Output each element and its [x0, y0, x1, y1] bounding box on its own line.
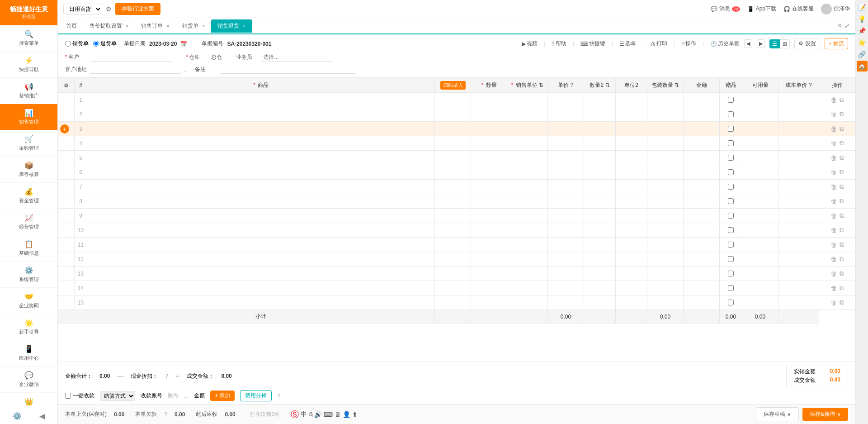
fee-split-button[interactable]: 费用分摊	[240, 390, 272, 401]
col-settings[interactable]: ⚙	[58, 78, 75, 93]
row-unit2[interactable]	[616, 151, 647, 165]
row-unit2[interactable]	[616, 267, 647, 281]
row-qty2[interactable]	[584, 107, 616, 122]
copy-row-icon[interactable]: ⧉	[840, 284, 844, 292]
row-product[interactable]	[87, 194, 435, 209]
row-pkg-qty[interactable]	[647, 223, 684, 238]
row-amount[interactable]	[684, 281, 720, 295]
row-gift[interactable]	[720, 238, 742, 252]
copy-row-icon[interactable]: ⧉	[840, 299, 844, 306]
tab-sale-order[interactable]: 销售订单 ×	[135, 19, 175, 33]
right-panel-link-icon[interactable]: 🔗	[857, 49, 868, 60]
row-amount[interactable]	[684, 107, 720, 122]
row-qty2[interactable]	[584, 194, 616, 209]
row-product[interactable]	[87, 267, 435, 281]
row-unit[interactable]	[507, 267, 548, 281]
row-unit2[interactable]	[616, 252, 647, 267]
row-unit[interactable]	[507, 151, 548, 165]
row-amount[interactable]	[684, 93, 720, 107]
row-gift[interactable]	[720, 122, 742, 136]
row-price[interactable]	[548, 267, 584, 281]
copy-row-icon[interactable]: ⧉	[840, 197, 844, 205]
row-pkg-qty[interactable]	[647, 295, 684, 310]
add-btn[interactable]: + 添加	[210, 391, 235, 401]
sidebar-item-quick-nav[interactable]: ⚡ 快捷导航	[0, 52, 57, 78]
row-unit[interactable]	[507, 238, 548, 252]
right-panel-bulb-icon[interactable]: 💡	[857, 14, 868, 24]
history-btn[interactable]: 🕐 历史单据	[710, 40, 740, 48]
delete-row-icon[interactable]: 🗑	[830, 270, 837, 277]
sidebar-item-finance[interactable]: 💰 资金管理	[0, 183, 57, 209]
save-draft-button[interactable]: 保存草稿 ∧	[756, 407, 799, 421]
row-unit2[interactable]	[616, 238, 647, 252]
row-gift[interactable]	[720, 252, 742, 267]
delete-row-icon[interactable]: 🗑	[830, 285, 837, 292]
product-input[interactable]	[89, 300, 433, 306]
fee-help-icon[interactable]: ?	[277, 393, 280, 399]
row-qty2[interactable]	[584, 93, 616, 107]
row-product[interactable]	[87, 223, 435, 238]
row-unit2[interactable]	[616, 136, 647, 151]
row-qty[interactable]	[471, 238, 507, 252]
delete-row-icon[interactable]: 🗑	[830, 183, 837, 191]
product-input[interactable]	[89, 213, 433, 219]
sidebar-item-new-guide[interactable]: 🌟 新手引导	[0, 314, 57, 340]
row-unit2[interactable]	[616, 165, 647, 180]
tab-sale-return[interactable]: 销货退货 ×	[211, 19, 252, 33]
row-unit2[interactable]	[616, 180, 647, 194]
copy-row-icon[interactable]: ⧉	[840, 241, 844, 248]
row-unit[interactable]	[507, 223, 548, 238]
copy-row-icon[interactable]: ⧉	[840, 110, 844, 118]
row-qty2[interactable]	[584, 180, 616, 194]
gift-checkbox[interactable]	[728, 271, 734, 276]
row-price[interactable]	[548, 238, 584, 252]
gift-checkbox[interactable]	[728, 184, 734, 190]
message-icon-item[interactable]: 💬 消息 70	[711, 5, 740, 13]
col-scan[interactable]: 扫码录入	[435, 78, 471, 93]
customer-input[interactable]	[90, 53, 172, 62]
copy-row-icon[interactable]: ⧉	[840, 183, 844, 191]
row-unit[interactable]	[507, 107, 548, 122]
gift-checkbox[interactable]	[728, 256, 734, 262]
product-input[interactable]	[89, 169, 433, 176]
row-qty2[interactable]	[584, 122, 616, 136]
row-qty[interactable]	[471, 252, 507, 267]
row-unit2[interactable]	[616, 281, 647, 295]
product-input[interactable]	[89, 285, 433, 291]
row-price[interactable]	[548, 165, 584, 180]
row-unit[interactable]	[507, 180, 548, 194]
remark-input[interactable]	[220, 65, 356, 74]
copy-row-icon[interactable]: ⧉	[840, 212, 844, 219]
row-unit[interactable]	[507, 122, 548, 136]
row-product[interactable]	[87, 252, 435, 267]
radio-sale-delivery[interactable]: 销货单	[65, 40, 89, 48]
row-price[interactable]	[548, 223, 584, 238]
row-amount[interactable]	[684, 136, 720, 151]
row-pkg-qty[interactable]	[647, 238, 684, 252]
delete-row-icon[interactable]: 🗑	[830, 125, 837, 133]
tab-close-sale-delivery[interactable]: ×	[202, 23, 205, 29]
row-price[interactable]	[548, 122, 584, 136]
delete-row-icon[interactable]: 🗑	[830, 212, 837, 219]
row-product[interactable]	[87, 238, 435, 252]
delete-row-icon[interactable]: 🗑	[830, 154, 837, 162]
copy-row-icon[interactable]: ⧉	[840, 139, 844, 147]
right-panel-active-icon[interactable]: 🏠	[857, 61, 868, 71]
row-qty[interactable]	[471, 281, 507, 295]
row-qty2[interactable]	[584, 136, 616, 151]
row-unit2[interactable]	[616, 209, 647, 223]
row-unit2[interactable]	[616, 295, 647, 310]
row-pkg-qty[interactable]	[647, 180, 684, 194]
copy-row-icon[interactable]: ⧉	[840, 168, 844, 176]
row-unit2[interactable]	[616, 194, 647, 209]
gift-checkbox[interactable]	[728, 126, 734, 132]
row-qty[interactable]	[471, 136, 507, 151]
delete-row-icon[interactable]: 🗑	[830, 111, 837, 118]
row-product[interactable]	[87, 93, 435, 107]
right-panel-notes-icon[interactable]: 📝	[857, 2, 868, 13]
row-gift[interactable]	[720, 281, 742, 295]
row-unit2[interactable]	[616, 93, 647, 107]
product-input[interactable]	[89, 198, 433, 205]
delete-row-icon[interactable]: 🗑	[830, 96, 837, 104]
add-row-button[interactable]: +	[60, 124, 69, 133]
